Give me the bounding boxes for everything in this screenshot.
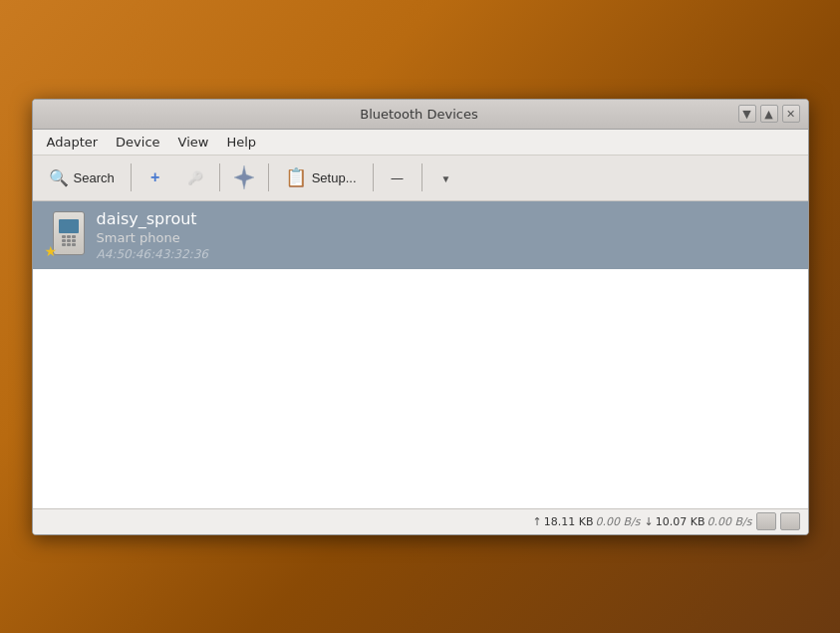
search-label: Search [74,170,115,185]
minimize-button[interactable]: ▼ [738,105,756,123]
device-name: daisy_sprout [97,209,796,228]
titlebar-controls: ▼ ▲ ✕ [738,105,800,123]
device-type: Smart phone [97,230,796,245]
download-speed: 0.00 B/s [707,515,752,528]
separator-3 [268,163,269,191]
separator-2 [219,163,220,191]
search-icon: 🔍 [49,168,69,187]
menu-help[interactable]: Help [218,132,264,153]
download-size: 10.07 KB [656,515,705,528]
toolbar: 🔍 Search 📋 Setup... [33,156,808,201]
phone-icon [53,211,85,255]
menu-adapter[interactable]: Adapter [39,132,107,153]
minimize-icon: ▼ [742,108,750,121]
maximize-button[interactable]: ▲ [760,105,778,123]
dropdown-button[interactable] [428,159,464,195]
menu-view[interactable]: View [170,132,217,153]
upload-size: 18.11 KB [544,515,594,528]
status-btn-2[interactable] [780,512,800,530]
key-icon [187,170,203,185]
close-button[interactable]: ✕ [782,105,800,123]
download-arrow-icon: ↓ [645,515,654,528]
download-status: ↓ 10.07 KB 0.00 B/s [645,515,752,528]
status-btn-1[interactable] [756,512,776,530]
close-icon: ✕ [786,108,795,121]
plus-icon [150,168,159,186]
separator-4 [373,163,374,191]
device-item[interactable]: ★ daisy_sprout Smart phone A4:50:46:43:3… [33,201,808,269]
titlebar: Bluetooth Devices ▼ ▲ ✕ [33,100,808,130]
separator-5 [421,163,422,191]
phone-screen [59,219,79,233]
minus-icon [392,170,404,185]
menubar: Adapter Device View Help [33,130,808,156]
device-icon-container: ★ [45,211,85,259]
menu-device[interactable]: Device [108,132,167,153]
setup-label: Setup... [312,170,357,185]
device-mac: A4:50:46:43:32:36 [97,247,796,261]
maximize-icon: ▲ [764,108,772,121]
upload-arrow-icon: ↑ [533,515,542,528]
disconnect-button[interactable] [380,159,416,195]
setup-button[interactable]: 📋 Setup... [275,159,367,195]
upload-status: ↑ 18.11 KB 0.00 B/s [533,515,641,528]
device-list: ★ daisy_sprout Smart phone A4:50:46:43:3… [33,201,808,508]
separator-1 [131,163,132,191]
pair-button[interactable] [177,159,213,195]
trusted-badge: ★ [45,243,58,259]
add-device-button[interactable] [138,159,173,195]
statusbar: ↑ 18.11 KB 0.00 B/s ↓ 10.07 KB 0.00 B/s [33,508,808,534]
svg-marker-0 [234,165,254,189]
upload-speed: 0.00 B/s [596,515,641,528]
device-list-empty [33,269,808,508]
star-icon [230,163,258,191]
chevron-down-icon [441,170,451,185]
search-button[interactable]: 🔍 Search [39,159,125,195]
bluetooth-icon-button[interactable] [226,159,262,195]
device-info: daisy_sprout Smart phone A4:50:46:43:32:… [97,209,796,261]
window-title: Bluetooth Devices [101,107,738,122]
setup-icon: 📋 [285,166,307,188]
bluetooth-devices-window: Bluetooth Devices ▼ ▲ ✕ Adapter Device V… [32,99,809,535]
phone-keypad [62,235,76,246]
